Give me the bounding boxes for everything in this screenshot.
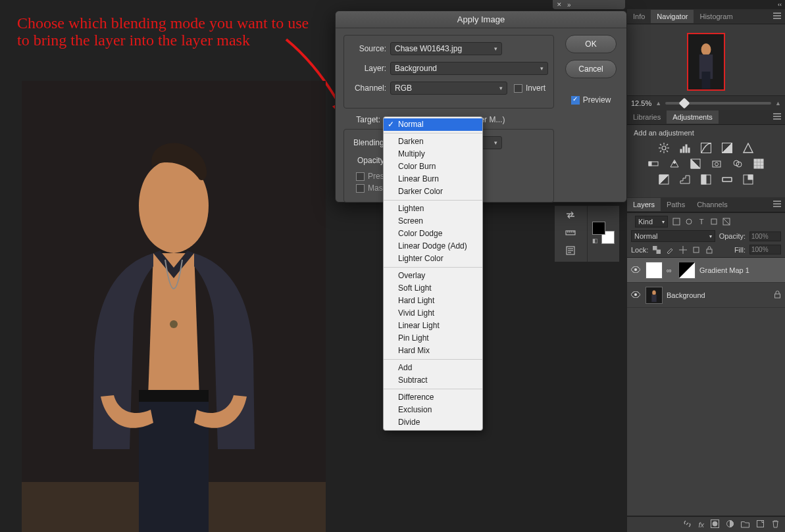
blend-option[interactable]: Linear Burn <box>384 173 482 185</box>
preview-checkbox[interactable]: Preview <box>571 95 611 105</box>
blend-option[interactable]: Multiply <box>384 148 482 160</box>
fg-swatch[interactable] <box>592 222 605 235</box>
tab-navigator[interactable]: Navigator <box>651 10 694 23</box>
blend-mode-dropdown[interactable]: Normal▾ <box>631 230 715 242</box>
levels-icon[interactable] <box>679 142 691 154</box>
color-swatches[interactable]: ◧ <box>592 222 615 244</box>
color-balance-icon[interactable] <box>669 158 680 170</box>
trash-icon[interactable] <box>771 520 780 530</box>
tab-info[interactable]: Info <box>627 10 651 23</box>
link-icon[interactable]: ∞ <box>667 266 674 274</box>
filter-smart-icon[interactable] <box>722 217 731 226</box>
blend-option[interactable]: Exclusion <box>384 404 482 416</box>
collapsed-panel-tab[interactable]: ✕ » <box>553 0 625 9</box>
brightness-icon[interactable] <box>658 142 670 154</box>
new-adjustment-icon[interactable] <box>726 520 734 530</box>
blend-option[interactable]: Pin Light <box>384 332 482 345</box>
color-lookup-icon[interactable] <box>753 158 765 170</box>
tab-adjustments[interactable]: Adjustments <box>667 110 719 124</box>
lock-position-icon[interactable] <box>678 245 688 254</box>
threshold-icon[interactable] <box>700 174 712 185</box>
panel-menu-icon[interactable] <box>769 11 785 22</box>
blend-option[interactable]: Add <box>384 362 482 374</box>
filter-shape-icon[interactable] <box>709 217 719 226</box>
exposure-icon[interactable] <box>721 142 733 154</box>
blend-option[interactable]: Darker Color <box>384 185 482 198</box>
invert-checkbox[interactable]: Invert <box>514 84 545 93</box>
close-icon[interactable]: ✕ <box>557 1 562 8</box>
filter-type-icon[interactable]: T <box>697 217 706 226</box>
visibility-icon[interactable] <box>631 266 642 274</box>
blend-option[interactable]: Color Dodge <box>384 228 482 240</box>
blending-dropdown-menu[interactable]: NormalDarkenMultiplyColor BurnLinear Bur… <box>383 116 483 431</box>
curves-icon[interactable] <box>700 142 712 154</box>
document-canvas[interactable] <box>22 81 326 532</box>
posterize-icon[interactable] <box>679 174 691 185</box>
new-layer-icon[interactable] <box>756 520 765 530</box>
zoom-in-icon[interactable]: ▲ <box>775 100 781 107</box>
expand-icon[interactable]: » <box>567 1 571 9</box>
vibrance-icon[interactable] <box>742 142 754 154</box>
source-dropdown[interactable]: Chase W01643.jpg▾ <box>390 42 502 55</box>
blend-option[interactable]: Overlay <box>384 270 482 282</box>
link-layers-icon[interactable] <box>683 520 692 530</box>
blend-option[interactable]: Screen <box>384 215 482 228</box>
navigator-thumbnail-wrap[interactable] <box>627 24 785 95</box>
blend-option[interactable]: Hard Mix <box>384 345 482 357</box>
hue-icon[interactable] <box>647 158 659 170</box>
lock-artboard-icon[interactable] <box>692 245 701 254</box>
filter-adjust-icon[interactable] <box>684 217 694 226</box>
channel-dropdown[interactable]: RGB▾ <box>390 82 507 95</box>
panel-menu-icon[interactable] <box>769 112 785 122</box>
fill-field[interactable]: 100% <box>749 245 781 254</box>
blend-option[interactable]: Soft Light <box>384 282 482 295</box>
gradient-map-icon[interactable] <box>721 174 733 185</box>
invert-icon[interactable] <box>658 174 670 185</box>
fx-icon[interactable]: fx <box>698 521 704 529</box>
cancel-button[interactable]: Cancel <box>565 60 617 78</box>
blend-option[interactable]: Lighten <box>384 203 482 215</box>
layer-name[interactable]: Gradient Map 1 <box>699 266 749 274</box>
layer-list[interactable]: ∞ Gradient Map 1 Background <box>627 257 785 516</box>
blend-option[interactable]: Vivid Light <box>384 307 482 320</box>
swap-icon[interactable] <box>565 210 576 222</box>
tab-paths[interactable]: Paths <box>661 198 691 211</box>
channel-mixer-icon[interactable] <box>732 158 744 170</box>
note-icon[interactable] <box>565 245 576 258</box>
ok-button[interactable]: OK <box>565 35 617 53</box>
filter-pixel-icon[interactable] <box>672 217 681 226</box>
zoom-slider[interactable] <box>665 102 771 105</box>
tab-channels[interactable]: Channels <box>691 198 733 211</box>
tab-libraries[interactable]: Libraries <box>627 110 667 124</box>
layer-dropdown[interactable]: Background▾ <box>390 62 548 75</box>
zoom-value[interactable]: 12.5% <box>631 99 651 107</box>
blend-option[interactable]: Subtract <box>384 374 482 387</box>
blend-option[interactable]: Color Burn <box>384 160 482 173</box>
adjustment-thumbnail[interactable] <box>678 262 696 279</box>
navigator-thumbnail[interactable] <box>687 33 725 91</box>
blend-option[interactable]: Linear Light <box>384 320 482 332</box>
lock-transparency-icon[interactable] <box>652 245 661 254</box>
zoom-out-icon[interactable]: ▲ <box>655 100 661 107</box>
visibility-icon[interactable] <box>631 291 642 299</box>
lock-all-icon[interactable] <box>705 245 714 254</box>
new-group-icon[interactable] <box>741 520 749 530</box>
layer-row[interactable]: ∞ Gradient Map 1 <box>627 258 785 283</box>
ruler-icon[interactable] <box>565 228 576 240</box>
lock-icon[interactable] <box>774 291 781 300</box>
blend-option[interactable]: Hard Light <box>384 295 482 307</box>
blend-option[interactable]: Darken <box>384 135 482 148</box>
bw-icon[interactable] <box>690 158 701 170</box>
opacity-field[interactable]: 100% <box>749 231 781 241</box>
panel-menu-icon[interactable] <box>769 199 785 210</box>
panel-collapse-icon[interactable]: ‹‹ <box>778 1 782 8</box>
blend-option[interactable]: Normal <box>384 118 482 131</box>
tab-histogram[interactable]: Histogram <box>694 10 738 23</box>
layer-filter-kind[interactable]: Kind▾ <box>635 216 668 228</box>
tab-layers[interactable]: Layers <box>627 198 661 211</box>
lock-pixels-icon[interactable] <box>665 245 674 254</box>
mask-thumbnail[interactable] <box>646 262 663 279</box>
blend-option[interactable]: Lighter Color <box>384 253 482 265</box>
photo-filter-icon[interactable] <box>711 158 722 170</box>
blend-option[interactable]: Divide <box>384 416 482 429</box>
